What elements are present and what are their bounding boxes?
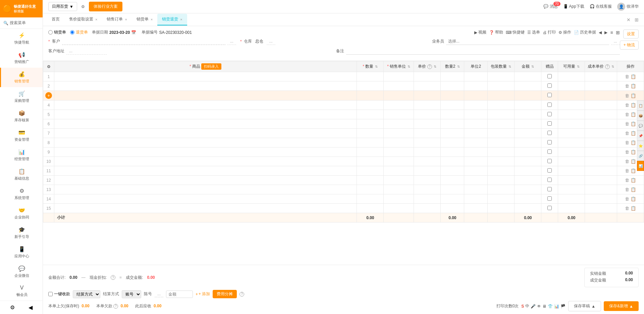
logistics-panel-btn[interactable]: + 物流 xyxy=(620,41,639,50)
flag-icon[interactable]: 🏴 xyxy=(560,304,566,309)
right-sidebar-item-7[interactable]: 📊 xyxy=(637,161,644,171)
next-btn[interactable]: ▶ xyxy=(604,30,607,35)
qty-sort-icon[interactable]: ⇅ xyxy=(375,65,378,68)
customer-select-btn[interactable]: ... xyxy=(227,38,236,45)
sidebar-item-finance[interactable]: 💳 资金管理 xyxy=(0,126,43,145)
amount-cell-1[interactable] xyxy=(515,72,541,81)
delete-icon-9[interactable]: 🗑 xyxy=(625,149,629,154)
discount-help-icon[interactable]: ? xyxy=(111,275,115,280)
product-cell-2[interactable] xyxy=(54,81,357,91)
sidebar-item-purchase[interactable]: 🛒 采购管理 xyxy=(0,87,43,107)
owe-help-icon[interactable]: ? xyxy=(113,304,118,309)
amount-cell-2[interactable] xyxy=(515,81,541,91)
tab-sales-return[interactable]: 销货退货 × xyxy=(157,14,187,25)
setting-panel-btn[interactable]: 设置 xyxy=(623,29,639,39)
payment-method-select[interactable]: 结算方式 xyxy=(73,290,100,298)
product-cell-1[interactable] xyxy=(54,72,357,81)
sidebar-item-app-center[interactable]: 📱 应用中心 xyxy=(0,243,43,262)
copy-icon-4[interactable]: 📋 xyxy=(631,103,636,108)
delete-icon-6[interactable]: 🗑 xyxy=(625,121,629,126)
split-help-icon[interactable]: ? xyxy=(239,292,244,297)
help-btn[interactable]: ❓ 帮助 xyxy=(489,29,503,35)
delete-icon-14[interactable]: 🗑 xyxy=(625,196,629,201)
unit-cell-1[interactable] xyxy=(384,72,414,81)
shirt-icon[interactable]: 👕 xyxy=(548,304,553,309)
monitor-icon[interactable]: 🖥 xyxy=(542,304,546,309)
list-view-btn[interactable]: ≡ xyxy=(610,30,613,35)
right-sidebar-item-5[interactable]: ⭐ xyxy=(637,141,644,151)
qty-cell-2[interactable] xyxy=(357,81,384,91)
maximize-tab-btn[interactable]: ⊞ xyxy=(633,16,640,23)
grid-view-btn[interactable]: ⊞ xyxy=(616,30,620,35)
select-btn[interactable]: ☰ 选单 xyxy=(527,29,540,35)
address-select-btn[interactable]: ... xyxy=(66,48,107,55)
qty2-cell-1[interactable] xyxy=(441,72,464,81)
delete-icon-8[interactable]: 🗑 xyxy=(625,140,629,145)
amount-input[interactable] xyxy=(166,291,193,298)
sidebar-item-sales[interactable]: 💰 销售管理 xyxy=(0,68,43,87)
gift-cell-2[interactable] xyxy=(541,81,558,91)
cost-cell-1[interactable] xyxy=(585,72,617,81)
tab-close-price-settings[interactable]: × xyxy=(95,17,97,21)
sidebar-item-inventory[interactable]: 📦 库存核算 xyxy=(0,107,43,126)
product-input-3[interactable] xyxy=(56,93,355,98)
right-sidebar-item-2[interactable]: 📦 xyxy=(637,111,644,121)
history-btn[interactable]: 📄 历史单据 xyxy=(574,29,596,35)
copy-icon-14[interactable]: 📋 xyxy=(631,196,636,201)
app-download-link[interactable]: 📱 App下载 xyxy=(563,4,584,9)
pkg-cell-1[interactable] xyxy=(488,72,515,81)
product-cell-3[interactable] xyxy=(54,91,357,101)
qty2-sort-icon[interactable]: ⇅ xyxy=(457,65,460,68)
copy-icon-13[interactable]: 📋 xyxy=(631,187,636,192)
experience-btn[interactable]: 体验行业方案 xyxy=(89,2,122,11)
pkg-cell-3[interactable] xyxy=(488,91,515,101)
tab-close-sales-invoice[interactable]: × xyxy=(151,17,153,21)
delete-icon-3[interactable]: 🗑 xyxy=(625,93,629,98)
collapse-icon[interactable]: ◀ xyxy=(29,304,33,311)
sidebar-item-business[interactable]: 📊 经营管理 xyxy=(0,145,43,165)
cost-cell-3[interactable] xyxy=(585,91,617,101)
sidebar-search[interactable]: 🔍 搜索菜单 xyxy=(0,17,43,29)
delete-icon-5[interactable]: 🗑 xyxy=(625,112,629,117)
prev-btn[interactable]: ◀ xyxy=(599,30,602,35)
chart-icon[interactable]: 📊 xyxy=(554,304,559,309)
video-btn[interactable]: ▶ 视频 xyxy=(474,29,486,35)
copy-icon-7[interactable]: 📋 xyxy=(631,131,636,136)
cost-sort-icon[interactable]: ⇅ xyxy=(611,65,614,68)
salesperson-input[interactable] xyxy=(446,38,609,45)
unit-sort-icon[interactable]: ⇅ xyxy=(408,65,410,68)
copy-icon-1[interactable]: 📋 xyxy=(631,74,636,79)
calendar-icon[interactable]: 📅 xyxy=(131,30,136,35)
tab-sales-order[interactable]: 销售订单 × xyxy=(102,14,131,25)
sidebar-item-wechat[interactable]: 💬 企业微信 xyxy=(0,262,43,281)
right-sidebar-item-1[interactable]: 📋 xyxy=(637,101,644,111)
qty-cell-1[interactable] xyxy=(357,72,384,81)
available-cell-2[interactable] xyxy=(558,81,585,91)
gift-cell-3[interactable] xyxy=(541,91,558,101)
pkg-sort-icon[interactable]: ⇅ xyxy=(508,65,511,68)
unit-cell-3[interactable] xyxy=(384,91,414,101)
qty-cell-3[interactable] xyxy=(357,91,384,101)
copy-icon-10[interactable]: 📋 xyxy=(631,159,636,164)
settings-icon[interactable]: ⚙ xyxy=(10,304,15,311)
copy-icon-6[interactable]: 📋 xyxy=(631,121,636,126)
gift-cell-1[interactable] xyxy=(541,72,558,81)
unit2-cell-2[interactable] xyxy=(464,81,488,91)
radio-return[interactable]: 退货单 xyxy=(70,29,88,35)
dotted-select[interactable]: ... xyxy=(155,291,163,297)
copy-icon-3[interactable]: 📋 xyxy=(631,93,636,98)
right-sidebar-item-4[interactable]: 📌 xyxy=(637,131,644,141)
unit2-cell-3[interactable] xyxy=(464,91,488,101)
add-row-btn[interactable]: + xyxy=(45,92,52,99)
available-sort-icon[interactable]: ⇅ xyxy=(577,65,580,68)
price-help-icon[interactable]: ? xyxy=(427,64,432,69)
tab-home[interactable]: 首页 xyxy=(47,14,64,25)
close-tab-btn[interactable]: ✕ xyxy=(625,16,632,23)
delete-icon-15[interactable]: 🗑 xyxy=(625,206,629,211)
tab-close-sales-order[interactable]: × xyxy=(125,17,127,21)
right-sidebar-item-3[interactable]: 💬 xyxy=(637,121,644,131)
shortcut-btn[interactable]: ⌨ 快捷键 xyxy=(506,29,525,35)
copy-icon-12[interactable]: 📋 xyxy=(631,178,636,183)
cost-cell-2[interactable] xyxy=(585,81,617,91)
available-cell-1[interactable] xyxy=(558,72,585,81)
